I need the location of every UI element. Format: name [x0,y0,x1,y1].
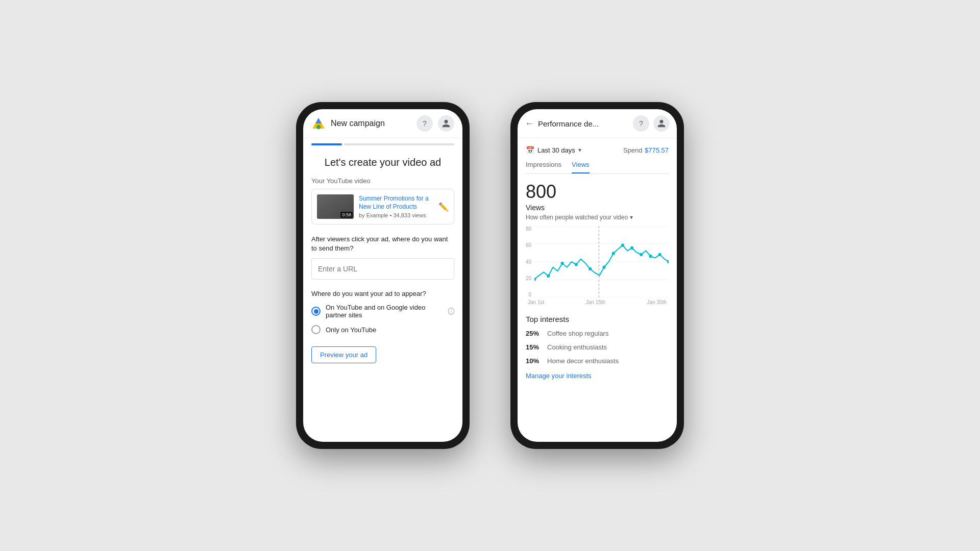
tab-views[interactable]: Views [572,161,589,173]
phone-right: ← Performance de... ? 📅 Last 30 days ▾ [510,102,684,449]
date-range-selector[interactable]: 📅 Last 30 days ▾ [526,146,581,154]
interest-item-1: 15% Cooking enthusiasts [526,343,669,351]
y-label-0: 0 [526,292,531,297]
right-help-icon: ? [639,119,643,128]
svg-point-16 [603,266,606,269]
destination-label: After viewers click your ad, where do yo… [311,235,454,253]
svg-marker-1 [315,118,322,123]
spend-display: Spend $775.57 [623,145,669,155]
right-header-title: Performance de... [538,119,629,128]
phone-left-screen: New campaign ? Let's create your video a… [303,109,462,442]
interest-pct-2: 10% [526,357,542,365]
radio-youtube-only[interactable]: Only on YouTube [311,325,454,334]
chart-subtitle-text: How often people watched your video [526,214,628,221]
video-meta: by Example • 34,833 views [359,212,433,218]
placement-radio-group: On YouTube and on Google video partner s… [311,304,454,334]
radio-youtube-and-partners[interactable]: On YouTube and on Google video partner s… [311,304,454,319]
right-main-content: 📅 Last 30 days ▾ Spend $775.57 Impressio… [518,138,677,387]
svg-point-13 [561,262,564,265]
spend-value: $775.57 [645,146,669,154]
youtube-section-label: Your YouTube video [311,177,454,185]
appear-label: Where do you want your ad to appear? [311,290,454,297]
x-label-jan30: Jan 30th [647,299,667,305]
chart-subtitle: How often people watched your video ▾ [526,214,669,221]
preview-button[interactable]: Preview your ad [311,346,376,363]
x-label-jan1: Jan 1st [528,299,544,305]
tab-impressions[interactable]: Impressions [526,161,561,173]
phone-right-screen: ← Performance de... ? 📅 Last 30 days ▾ [518,109,677,442]
url-input[interactable] [311,258,454,280]
phone-left: New campaign ? Let's create your video a… [296,102,470,449]
radio-youtube-partners-indicator [311,307,321,316]
interest-pct-1: 15% [526,343,542,351]
line-chart: 80 60 40 20 0 [526,226,669,308]
main-title: Let's create your video ad [311,156,454,169]
y-label-20: 20 [526,276,531,281]
svg-point-22 [658,253,662,256]
svg-point-18 [621,243,624,246]
svg-point-17 [612,252,615,255]
spend-label: Spend [623,146,643,154]
views-label: Views [526,204,669,212]
left-top-bar: New campaign ? [303,109,462,138]
help-button[interactable]: ? [416,115,433,132]
progress-bar-rest [344,143,454,145]
video-thumbnail: 0:58 [317,194,354,219]
back-button[interactable]: ← [525,118,534,129]
manage-interests-link[interactable]: Manage your interests [526,372,592,380]
progress-bar-fill [311,143,342,145]
svg-point-19 [630,246,633,249]
interest-pct-0: 25% [526,330,542,337]
svg-point-15 [589,267,592,270]
svg-point-14 [575,263,578,266]
performance-tabs: Impressions Views [526,161,669,174]
info-icon-partners[interactable]: i [448,308,454,315]
video-card: 0:58 Summer Promotions for a New Line of… [311,189,454,224]
left-header-title: New campaign [331,119,411,128]
y-label-80: 80 [526,226,531,232]
interest-item-0: 25% Coffee shop regulars [526,330,669,337]
video-title: Summer Promotions for a New Line of Prod… [359,195,433,211]
top-interests-title: Top interests [526,315,669,323]
x-label-jan15: Jan 15th [586,299,605,305]
interest-name-0: Coffee shop regulars [547,330,608,337]
svg-point-2 [316,125,321,129]
svg-point-20 [640,253,643,256]
radio-youtube-only-label: Only on YouTube [326,326,376,334]
edit-button[interactable]: ✏️ [438,202,449,212]
interest-name-1: Cooking enthusiasts [547,343,607,351]
progress-bar [303,138,462,147]
right-person-icon [657,119,666,128]
y-label-40: 40 [526,259,531,265]
chart-svg [534,226,669,297]
video-info: Summer Promotions for a New Line of Prod… [359,195,433,218]
right-top-bar: ← Performance de... ? [518,109,677,138]
right-account-button[interactable] [653,115,670,132]
calendar-icon: 📅 [526,146,534,154]
right-help-button[interactable]: ? [633,115,649,132]
svg-point-21 [649,255,652,258]
person-icon [442,119,451,128]
google-ads-icon [311,116,326,131]
date-range-label: Last 30 days [537,146,575,154]
chevron-down-icon[interactable]: ▾ [630,214,633,221]
dropdown-arrow-icon: ▾ [578,146,581,154]
views-count: 800 [526,181,669,203]
interest-name-2: Home decor enthusiasts [547,357,619,365]
y-label-60: 60 [526,242,531,248]
account-button[interactable] [438,115,454,132]
interest-item-2: 10% Home decor enthusiasts [526,357,669,365]
radio-youtube-only-indicator [311,325,321,334]
video-duration: 0:58 [340,212,353,218]
date-spend-row: 📅 Last 30 days ▾ Spend $775.57 [526,145,669,155]
chart-x-labels: Jan 1st Jan 15th Jan 30th [526,299,669,305]
help-icon: ? [423,119,427,128]
svg-point-12 [547,274,550,278]
radio-youtube-partners-label: On YouTube and on Google video partner s… [326,304,441,319]
left-main-content: Let's create your video ad Your YouTube … [303,147,462,371]
